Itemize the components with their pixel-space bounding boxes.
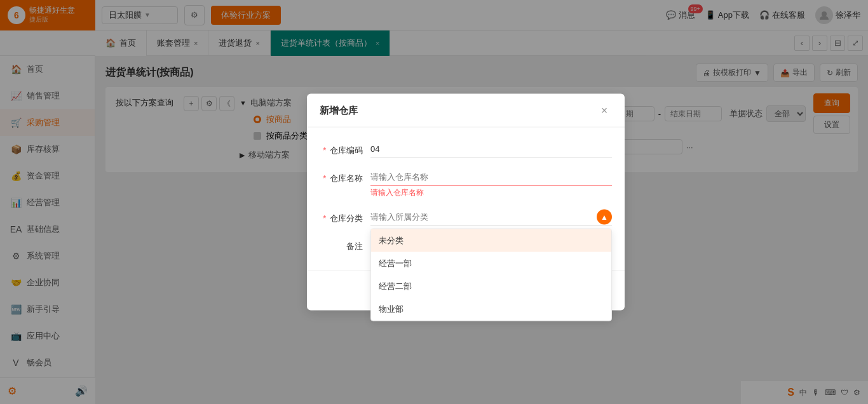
name-input[interactable]: [370, 168, 612, 186]
category-dropdown-list: 未分类经营一部经营二部物业部: [370, 229, 612, 321]
category-input[interactable]: [370, 208, 612, 226]
notes-label: 备注: [320, 236, 370, 252]
modal-body: * 仓库编码 * 仓库名称 请输入仓库名称 * 仓库分类: [307, 128, 625, 271]
code-input-wrapper: [370, 140, 612, 158]
dropdown-option[interactable]: 物业部: [371, 298, 611, 321]
name-label: * 仓库名称: [320, 168, 370, 184]
modal-title: 新增仓库: [320, 104, 358, 116]
code-label: * 仓库编码: [320, 140, 370, 156]
name-error-msg: 请输入仓库名称: [370, 187, 612, 198]
name-field-row: * 仓库名称 请输入仓库名称: [320, 168, 612, 198]
category-dropdown: ▲: [370, 208, 612, 226]
name-input-wrapper: 请输入仓库名称: [370, 168, 612, 198]
add-warehouse-modal: 新增仓库 × * 仓库编码 * 仓库名称 请输入仓库名称: [307, 94, 625, 311]
code-field-row: * 仓库编码: [320, 140, 612, 158]
category-input-wrapper: ▲ 未分类经营一部经营二部物业部: [370, 208, 612, 226]
modal-header: 新增仓库 ×: [307, 94, 625, 128]
category-label: * 仓库分类: [320, 208, 370, 224]
category-field-row: * 仓库分类 ▲ 未分类经营一部经营二部物业部: [320, 208, 612, 226]
dropdown-option[interactable]: 经营一部: [371, 252, 611, 275]
modal-close-btn[interactable]: ×: [597, 103, 612, 118]
dropdown-option[interactable]: 未分类: [371, 229, 611, 252]
code-input[interactable]: [370, 140, 612, 158]
dropdown-option[interactable]: 经营二部: [371, 275, 611, 298]
category-dropdown-toggle[interactable]: ▲: [597, 210, 612, 225]
